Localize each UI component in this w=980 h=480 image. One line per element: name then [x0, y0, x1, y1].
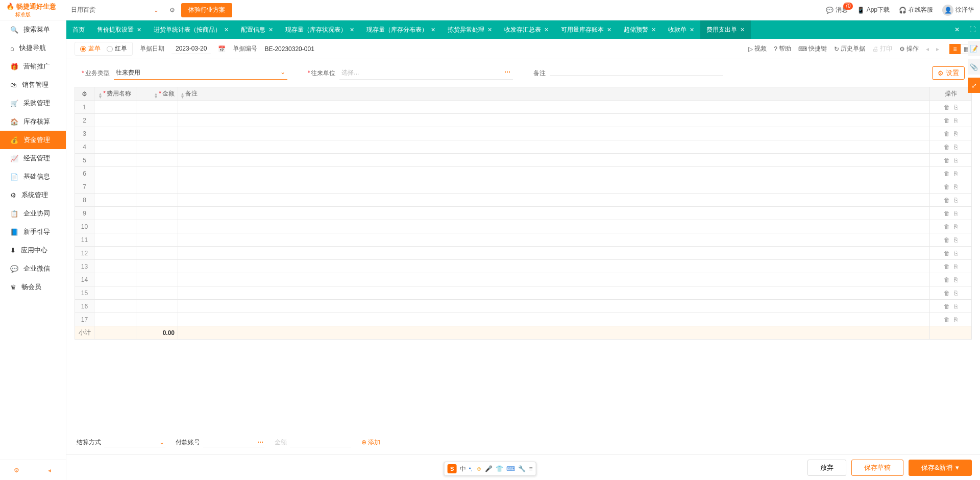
cell-amount[interactable] [136, 220, 178, 233]
copy-row-icon[interactable]: ⎘ [954, 117, 958, 124]
cell-remark[interactable] [178, 127, 930, 140]
ime-bar[interactable]: S 中 •, ☺ 🎤 👕 ⌨ 🔧 ≡ [444, 462, 536, 476]
cell-amount[interactable] [136, 313, 178, 326]
tab[interactable]: 售价提取设置✕ [91, 20, 148, 39]
cell-remark[interactable] [178, 273, 930, 286]
prev-button[interactable]: ◂ [926, 45, 929, 53]
cell-remark[interactable] [178, 194, 930, 207]
cell-fee-name[interactable] [94, 167, 136, 180]
delete-row-icon[interactable]: 🗑 [944, 117, 950, 124]
cell-amount[interactable] [136, 194, 178, 207]
sidebar-item[interactable]: ♛畅会员 [0, 278, 66, 296]
delete-row-icon[interactable]: 🗑 [944, 104, 950, 111]
rail-attach-button[interactable]: 📎 [968, 59, 980, 75]
tab[interactable]: 配置信息✕ [235, 20, 279, 39]
copy-row-icon[interactable]: ⎘ [954, 316, 958, 323]
copy-row-icon[interactable]: ⎘ [954, 276, 958, 283]
delete-row-icon[interactable]: 🗑 [944, 236, 950, 244]
sidebar-item[interactable]: 🏠库存核算 [0, 112, 66, 131]
cell-fee-name[interactable] [94, 154, 136, 167]
copy-row-icon[interactable]: ⎘ [954, 130, 958, 137]
tab[interactable]: 可用量库存账本✕ [555, 20, 618, 39]
sidebar-item[interactable]: 📈经营管理 [0, 149, 66, 167]
tab[interactable]: 首页 [66, 20, 91, 39]
cell-fee-name[interactable] [94, 300, 136, 313]
counterparty-select[interactable]: 选择... ⋯ [339, 66, 513, 80]
ops-button[interactable]: ⚙操作 [899, 44, 919, 53]
cell-fee-name[interactable] [94, 194, 136, 207]
cell-amount[interactable] [136, 247, 178, 260]
category-select[interactable]: 日用百货 ⌄ [66, 3, 163, 17]
radio-red[interactable]: 红单 [107, 44, 127, 53]
cell-remark[interactable] [178, 207, 930, 220]
copy-row-icon[interactable]: ⎘ [954, 250, 958, 257]
copy-row-icon[interactable]: ⎘ [954, 236, 958, 244]
tab[interactable]: 收款单✕ [662, 20, 700, 39]
remark-input[interactable] [550, 71, 723, 76]
table-header-gear[interactable]: ⚙ [75, 87, 94, 101]
delete-row-icon[interactable]: 🗑 [944, 183, 950, 190]
copy-row-icon[interactable]: ⎘ [954, 303, 958, 310]
close-icon[interactable]: ✕ [350, 27, 354, 33]
delete-row-icon[interactable]: 🗑 [944, 316, 950, 323]
delete-row-icon[interactable]: 🗑 [944, 143, 950, 151]
delete-row-icon[interactable]: 🗑 [944, 250, 950, 257]
sidebar-item[interactable]: 🛍销售管理 [0, 76, 66, 94]
sidebar-settings-button[interactable]: ⚙ [0, 460, 33, 480]
cell-amount[interactable] [136, 127, 178, 140]
cell-remark[interactable] [178, 114, 930, 127]
cell-amount[interactable] [136, 273, 178, 286]
delete-row-icon[interactable]: 🗑 [944, 130, 950, 137]
cta-button[interactable]: 体验行业方案 [181, 3, 232, 17]
close-icon[interactable]: ✕ [487, 27, 492, 33]
sidebar-item[interactable]: 🛒采购管理 [0, 94, 66, 112]
date-value[interactable]: 2023-03-20 [172, 43, 211, 54]
cell-remark[interactable] [178, 233, 930, 247]
radio-blue[interactable]: 蓝单 [80, 44, 101, 53]
close-icon[interactable]: ✕ [740, 27, 745, 33]
cell-fee-name[interactable] [94, 140, 136, 154]
cell-amount[interactable] [136, 140, 178, 154]
cell-fee-name[interactable] [94, 180, 136, 194]
table-header-remark[interactable]: ▴▾备注 [178, 87, 930, 101]
cell-fee-name[interactable] [94, 233, 136, 247]
cell-remark[interactable] [178, 154, 930, 167]
sidebar-item[interactable]: ⬇应用中心 [0, 241, 66, 259]
copy-row-icon[interactable]: ⎘ [954, 170, 958, 177]
cell-amount[interactable] [136, 233, 178, 247]
calendar-icon[interactable]: 📅 [218, 45, 226, 53]
copy-row-icon[interactable]: ⎘ [954, 223, 958, 230]
table-header-amount[interactable]: ▴▾*金额 [136, 87, 178, 101]
discard-button[interactable]: 放弃 [807, 460, 846, 476]
cell-fee-name[interactable] [94, 286, 136, 300]
view-list-button[interactable]: ≡ [949, 44, 961, 54]
sidebar-item[interactable]: 📋企业协同 [0, 204, 66, 223]
delete-row-icon[interactable]: 🗑 [944, 170, 950, 177]
cell-fee-name[interactable] [94, 313, 136, 326]
cell-remark[interactable] [178, 140, 930, 154]
close-icon[interactable]: ✕ [607, 27, 611, 33]
video-button[interactable]: ▷视频 [748, 44, 767, 53]
close-icon[interactable]: ✕ [651, 27, 656, 33]
copy-row-icon[interactable]: ⎘ [954, 143, 958, 151]
rail-expand-button[interactable]: ⤢ [968, 78, 980, 93]
copy-row-icon[interactable]: ⎘ [954, 157, 958, 164]
tab[interactable]: 超储预警✕ [618, 20, 662, 39]
tab[interactable]: 收发存汇总表✕ [498, 20, 555, 39]
config-button[interactable]: ⚙设置 [932, 66, 965, 80]
print-button[interactable]: 🖨打印 [872, 44, 892, 53]
rail-note-button[interactable]: 📝 [968, 41, 980, 56]
delete-row-icon[interactable]: 🗑 [944, 210, 950, 217]
copy-row-icon[interactable]: ⎘ [954, 290, 958, 297]
delete-row-icon[interactable]: 🗑 [944, 197, 950, 204]
add-payment-button[interactable]: ⊕添加 [361, 438, 380, 447]
cell-fee-name[interactable] [94, 207, 136, 220]
cell-fee-name[interactable] [94, 220, 136, 233]
cell-remark[interactable] [178, 101, 930, 114]
settlement-select[interactable]: ⌄ [104, 437, 165, 447]
copy-row-icon[interactable]: ⎘ [954, 263, 958, 270]
tab[interactable]: 现存量（库存分布表）✕ [360, 20, 442, 39]
cell-amount[interactable] [136, 167, 178, 180]
copy-row-icon[interactable]: ⎘ [954, 104, 958, 111]
delete-row-icon[interactable]: 🗑 [944, 290, 950, 297]
